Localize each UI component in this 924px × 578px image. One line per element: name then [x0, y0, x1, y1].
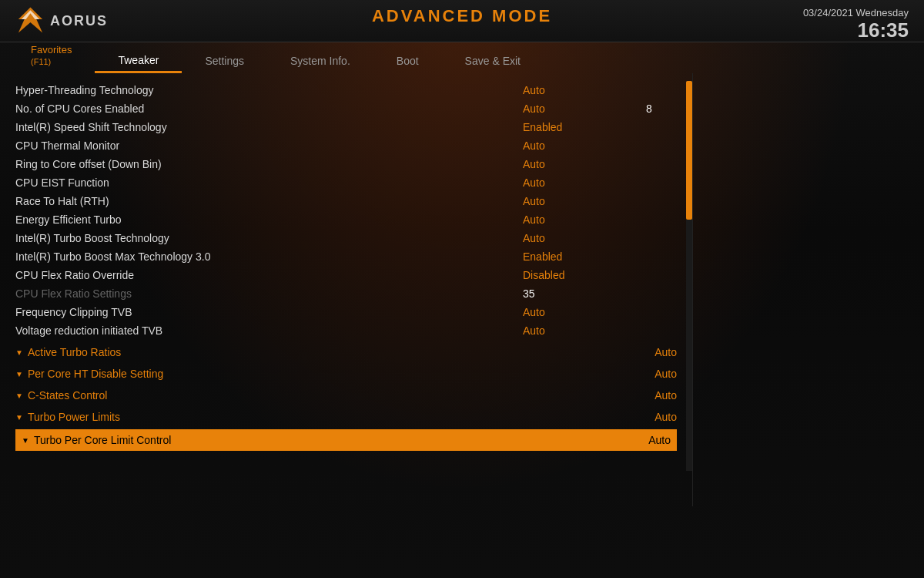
scrollbar-track[interactable] — [686, 81, 692, 471]
setting-name: Energy Efficient Turbo — [15, 213, 523, 226]
scrollbar-thumb[interactable] — [686, 81, 692, 220]
setting-row-cpu-flex-ratio[interactable]: CPU Flex Ratio Settings 35 — [15, 284, 677, 303]
setting-name: Intel(R) Turbo Boost Max Technology 3.0 — [15, 250, 523, 263]
nav-item-sysinfo[interactable]: System Info. — [267, 50, 373, 72]
time-display: 16:35 — [803, 20, 909, 40]
setting-value: Auto — [523, 158, 646, 170]
setting-name: CPU Thermal Monitor — [15, 139, 523, 152]
page-title: ADVANCED MODE — [372, 6, 552, 26]
setting-value: Auto — [523, 102, 646, 115]
setting-value: Auto — [523, 84, 646, 96]
section-label: Turbo Power Limits — [28, 411, 120, 423]
setting-row[interactable]: Hyper-Threading Technology Auto — [15, 81, 677, 99]
setting-row[interactable]: CPU Thermal Monitor Auto — [15, 136, 677, 155]
nav-item-settings[interactable]: Settings — [182, 50, 267, 72]
settings-list: Hyper-Threading Technology Auto No. of C… — [15, 81, 677, 340]
section-turbo-per-core[interactable]: ▼ Turbo Per Core Limit Control Auto — [15, 429, 677, 451]
setting-value: Enabled — [523, 250, 646, 263]
section-label: C-States Control — [28, 389, 107, 402]
nav-item-boot[interactable]: Boot — [373, 50, 442, 72]
setting-name: Intel(R) Speed Shift Technology — [15, 121, 523, 133]
nav-item-favorites[interactable]: Favorites (F11) — [8, 39, 95, 72]
section-value: Auto — [654, 411, 677, 423]
datetime: 03/24/2021 Wednesday 16:35 — [803, 6, 909, 40]
setting-value: Auto — [523, 306, 646, 318]
setting-row[interactable]: Voltage reduction initiated TVB Auto — [15, 321, 677, 340]
section-per-core-ht[interactable]: ▼ Per Core HT Disable Setting Auto — [15, 361, 677, 383]
setting-name: No. of CPU Cores Enabled — [15, 102, 523, 115]
setting-name: Ring to Core offset (Down Bin) — [15, 158, 523, 170]
setting-value: Enabled — [523, 121, 646, 133]
setting-value: Disabled — [523, 269, 646, 281]
section-active-turbo-ratios[interactable]: ▼ Active Turbo Ratios Auto — [15, 340, 677, 361]
logo-text: AORUS — [50, 13, 108, 29]
collapse-arrow-icon: ▼ — [15, 413, 23, 422]
setting-value: Auto — [523, 195, 646, 207]
setting-name: Intel(R) Turbo Boost Technology — [15, 232, 523, 244]
setting-value: 35 — [523, 287, 646, 300]
settings-panel: Hyper-Threading Technology Auto No. of C… — [0, 73, 693, 506]
logo-area: AORUS — [15, 5, 108, 36]
setting-name-dimmed: CPU Flex Ratio Settings — [15, 287, 523, 300]
setting-row[interactable]: Frequency Clipping TVB Auto — [15, 303, 677, 321]
nav-item-tweaker[interactable]: Tweaker — [95, 49, 182, 73]
setting-name: Frequency Clipping TVB — [15, 306, 523, 318]
setting-row[interactable]: CPU Flex Ratio Override Disabled — [15, 266, 677, 284]
section-value: Auto — [654, 368, 677, 380]
section-turbo-power[interactable]: ▼ Turbo Power Limits Auto — [15, 405, 677, 426]
section-value: Auto — [654, 346, 677, 358]
setting-row[interactable]: No. of CPU Cores Enabled Auto 8 — [15, 99, 677, 118]
collapse-arrow-icon: ▼ — [15, 391, 23, 400]
setting-value: Auto — [523, 213, 646, 226]
setting-row[interactable]: Intel(R) Turbo Boost Max Technology 3.0 … — [15, 247, 677, 266]
section-label: Active Turbo Ratios — [28, 346, 121, 358]
section-c-states[interactable]: ▼ C-States Control Auto — [15, 383, 677, 405]
setting-value: Auto — [523, 324, 646, 337]
setting-name: Voltage reduction initiated TVB — [15, 324, 523, 337]
setting-row[interactable]: Intel(R) Turbo Boost Technology Auto — [15, 229, 677, 247]
setting-value: Auto — [523, 176, 646, 189]
section-label: Per Core HT Disable Setting — [28, 368, 163, 380]
setting-extra: 8 — [646, 102, 677, 115]
section-value: Auto — [654, 389, 677, 402]
setting-row[interactable]: Race To Halt (RTH) Auto — [15, 192, 677, 210]
nav-item-exit[interactable]: Save & Exit — [442, 50, 544, 72]
setting-value: Auto — [523, 232, 646, 244]
collapse-arrow-icon: ▼ — [22, 436, 29, 445]
header: AORUS ADVANCED MODE 03/24/2021 Wednesday… — [0, 0, 924, 42]
setting-row-energy-efficient-turbo[interactable]: Energy Efficient Turbo Auto — [15, 210, 677, 229]
aorus-logo-icon — [15, 5, 45, 36]
section-value: Auto — [648, 434, 671, 446]
setting-name: Race To Halt (RTH) — [15, 195, 523, 207]
setting-name: CPU Flex Ratio Override — [15, 269, 523, 281]
setting-row[interactable]: Intel(R) Speed Shift Technology Enabled — [15, 118, 677, 136]
collapse-arrow-icon: ▼ — [15, 370, 23, 378]
setting-row[interactable]: CPU EIST Function Auto — [15, 173, 677, 192]
setting-name: CPU EIST Function — [15, 176, 523, 189]
section-label: Turbo Per Core Limit Control — [34, 434, 648, 446]
setting-row[interactable]: Ring to Core offset (Down Bin) Auto — [15, 155, 677, 173]
setting-name: Hyper-Threading Technology — [15, 84, 523, 96]
collapse-arrow-icon: ▼ — [15, 348, 23, 357]
setting-value: Auto — [523, 139, 646, 152]
